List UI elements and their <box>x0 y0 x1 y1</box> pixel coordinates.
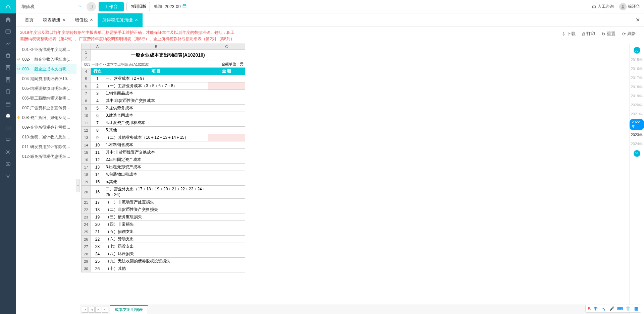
form-list-item[interactable]: ⊘003-一般企业成本支出明细... <box>16 64 76 74</box>
nav-shirt-icon[interactable] <box>0 86 16 98</box>
form-list-item[interactable]: ⊘002-一般企业收入明细表(A... <box>16 55 76 64</box>
table-row[interactable]: 16122.出租固定资产成本 <box>82 156 245 164</box>
amount-cell[interactable] <box>208 105 245 112</box>
tab-close-icon[interactable]: ✕ <box>62 18 65 22</box>
year-2017年[interactable]: 2017年 <box>630 74 643 82</box>
form-list-item[interactable]: 005-纳税调整项目明细表(A1... <box>16 84 76 93</box>
amount-cell[interactable] <box>208 199 245 206</box>
amount-cell[interactable] <box>208 250 245 258</box>
workspace-button[interactable]: 工作台 <box>99 2 124 11</box>
tab-首页[interactable]: 首页 <box>20 13 38 27</box>
amount-cell[interactable] <box>208 236 245 243</box>
amount-cell[interactable] <box>208 228 245 236</box>
amount-cell[interactable] <box>208 171 245 178</box>
amount-cell[interactable] <box>208 127 245 134</box>
table-row[interactable]: 2016二、营业外支出（17＋18＋19＋20＋21＋22＋23＋24＋25＋2… <box>82 186 245 199</box>
table-row[interactable]: 2723（七）罚没支出 <box>82 243 245 250</box>
nav-card-icon[interactable] <box>0 25 16 38</box>
sheet-tab-active[interactable]: 成本支出明细表 <box>110 305 148 314</box>
amount-cell[interactable] <box>208 97 245 105</box>
ime-lang-toggle[interactable]: 中 <box>593 306 599 312</box>
amount-cell[interactable] <box>208 206 245 213</box>
nav-doc-icon[interactable] <box>0 62 16 74</box>
sheet-nav-next[interactable]: ▸ <box>95 307 101 313</box>
form-list-item[interactable]: 006-职工薪酬纳税调整明细... <box>16 93 76 103</box>
amount-cell[interactable] <box>208 221 245 228</box>
year-scroll-up[interactable]: ︽ <box>634 47 640 54</box>
ime-keyboard-icon[interactable]: ⌨ <box>617 306 623 312</box>
nav-chart-icon[interactable] <box>0 38 16 50</box>
amount-cell[interactable] <box>208 243 245 250</box>
year-2021年[interactable]: 2021年 <box>630 110 643 118</box>
table-row[interactable]: 51一、营业成本（2＋9） <box>82 75 245 82</box>
nav-v-icon[interactable] <box>0 170 16 182</box>
sheet-nav-first[interactable]: |◂ <box>82 307 88 313</box>
amount-cell[interactable] <box>208 75 245 82</box>
form-list-item[interactable]: 009-企业所得税弥补亏损明... <box>16 123 76 132</box>
nav-video-icon[interactable] <box>0 158 16 170</box>
year-2019年[interactable]: 2019年 <box>630 92 643 100</box>
year-2015年[interactable]: 2015年 <box>630 56 643 64</box>
tab-close-icon[interactable]: ✕ <box>90 18 93 22</box>
nav-export-icon[interactable] <box>0 122 16 134</box>
ime-skin-icon[interactable]: 👕 <box>625 306 631 312</box>
amount-cell[interactable] <box>208 213 245 221</box>
amount-cell[interactable] <box>208 82 245 90</box>
form-list-item[interactable]: 011-研发费用加计扣除优惠... <box>16 142 76 152</box>
table-row[interactable]: 14101.材料销售成本 <box>82 141 245 149</box>
table-row[interactable]: 19155.其他 <box>82 178 245 186</box>
ime-punct-icon[interactable]: •, <box>601 306 607 312</box>
table-row[interactable]: 2319（三）债务重组损失 <box>82 213 245 221</box>
tab-所得税汇算清缴[interactable]: 所得税汇算清缴✕ <box>98 13 143 27</box>
table-row[interactable]: 2925（九）无法收回的债券股权投资损失 <box>82 258 245 265</box>
table-row[interactable]: 2521（五）捐赠支出 <box>82 228 245 236</box>
amount-cell[interactable] <box>208 141 245 149</box>
table-row[interactable]: 2218（二）非货币性资产交换损失 <box>82 206 245 213</box>
nav-gear-icon[interactable] <box>0 146 16 158</box>
table-row[interactable]: 2622（六）赞助支出 <box>82 236 245 243</box>
table-row[interactable]: 1285.其他 <box>82 127 245 134</box>
tab-close-icon[interactable]: ✕ <box>135 18 138 22</box>
nav-calendar-icon[interactable] <box>0 98 16 110</box>
switch-old-button[interactable]: 切到旧版 <box>126 2 150 11</box>
ime-grid-icon[interactable]: ▦ <box>633 306 639 312</box>
amount-cell[interactable] <box>208 265 245 272</box>
year-2024年[interactable]: 2024年 <box>630 140 643 148</box>
form-list-item[interactable]: 004-期间费用明细表(A1040... <box>16 74 76 84</box>
table-row[interactable]: 18144.包装物出租成本 <box>82 171 245 178</box>
refresh-button[interactable]: ⟳刷新 <box>622 31 636 37</box>
table-row[interactable]: 84其中:非货币性资产交换成本 <box>82 97 245 105</box>
collapse-handle[interactable]: ‹‹ <box>76 179 80 192</box>
amount-cell[interactable] <box>208 186 245 199</box>
nav-home-icon[interactable] <box>0 13 16 25</box>
form-list-item[interactable]: 007-广告费和业务宣传费跨... <box>16 103 76 113</box>
amount-cell[interactable] <box>208 134 245 141</box>
year-2018年[interactable]: 2018年 <box>630 83 643 91</box>
year-scroll-down[interactable]: ︾ <box>634 150 640 157</box>
consult-button[interactable]: 人工咨询 <box>592 4 614 9</box>
form-list-item[interactable]: ⊘008-资产折旧、摊销及纳税... <box>16 113 76 123</box>
table-row[interactable]: 17133.出租无形资产成本 <box>82 164 245 171</box>
nav-bag-icon[interactable] <box>0 50 16 62</box>
table-row[interactable]: 1174.让渡资产使用权成本 <box>82 119 245 127</box>
ime-logo-icon[interactable]: S <box>588 306 591 311</box>
amount-cell[interactable] <box>208 112 245 119</box>
download-button[interactable]: ⇩下载 <box>562 31 576 37</box>
calendar-icon[interactable] <box>182 4 187 10</box>
year-2016年[interactable]: 2016年 <box>630 65 643 73</box>
period-value[interactable]: 2023-09 <box>165 4 181 9</box>
amount-cell[interactable] <box>208 258 245 265</box>
table-row[interactable]: 952.提供劳务成本 <box>82 105 245 112</box>
amount-cell[interactable] <box>208 164 245 171</box>
amount-cell[interactable] <box>208 149 245 156</box>
form-list-item[interactable]: 012-减免所得税优惠明细表(... <box>16 152 76 162</box>
table-row[interactable]: 731.销售商品成本 <box>82 90 245 97</box>
print-button[interactable]: ⎙打印 <box>582 31 595 37</box>
table-row[interactable]: 1511其中:非货币性资产交换成本 <box>82 149 245 156</box>
user-menu[interactable]: 徐泽华 <box>619 3 640 10</box>
table-row[interactable]: 2420（四）非常损失 <box>82 221 245 228</box>
tab-税表清册[interactable]: 税表清册✕ <box>38 13 70 27</box>
sheet-nav-prev[interactable]: ◂ <box>89 307 95 313</box>
nav-food-icon[interactable] <box>0 110 16 122</box>
form-list-item[interactable]: 001-企业所得税年度纳税申... <box>16 45 76 55</box>
